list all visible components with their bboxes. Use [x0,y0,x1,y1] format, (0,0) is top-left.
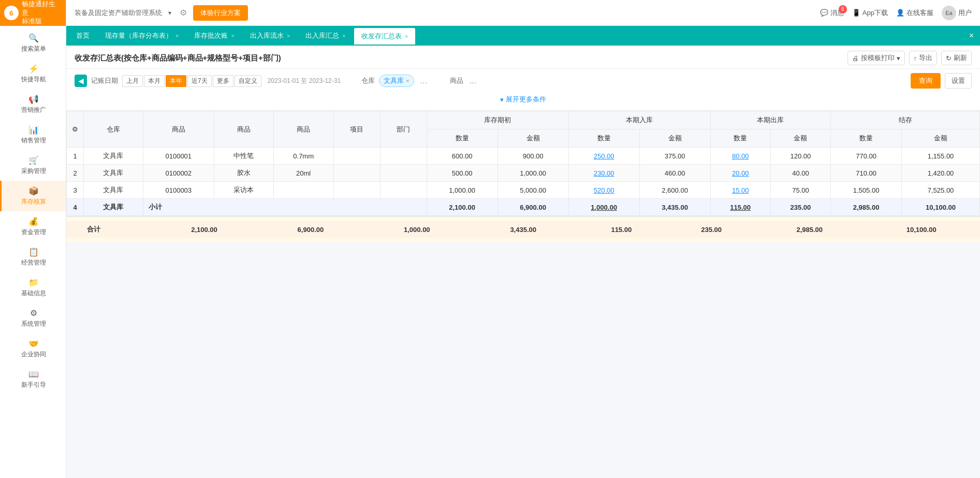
data-table: ⚙ 仓库 商品 商品 商品 项目 部门 库存期初 本期入库 本期出库 结存 数量 [66,111,980,216]
row-out-qty[interactable]: 20.00 [710,165,770,182]
row-out-qty[interactable]: 80.00 [710,148,770,165]
row-bal-qty: 1,505.00 [831,182,902,199]
subtotal-out-qty[interactable]: 115.00 [710,199,770,216]
row-in-qty[interactable]: 250.00 [568,148,639,165]
row-spec: 20ml [273,165,333,182]
sidebar-item-system[interactable]: ⚙ 系统管理 [0,303,66,334]
warehouse-more-button[interactable]: ... [418,76,429,85]
tab-home[interactable]: 首页 [69,28,97,44]
subtotal-warehouse: 文具库 [84,199,143,216]
col-group-in: 本期入库 [568,111,710,129]
col-in-qty: 数量 [568,129,639,148]
row-name: 采访本 [214,182,273,199]
sidebar-item-label: 新手引导 [21,381,46,389]
tab-close-in-out-flow[interactable]: × [287,33,290,39]
table-row: 2 文具库 0100002 胶水 20ml 500.00 1,000.00 23… [67,165,980,182]
date-label: 记账日期 [91,76,118,85]
chevron-down-icon: ▾ [897,54,900,62]
row-spec [273,182,333,199]
expand-icon: ▾ [500,96,504,104]
sidebar-item-enterprise[interactable]: 🤝 企业协同 [0,334,66,364]
date-btn-更多[interactable]: 更多 [213,75,233,87]
notification-badge: 6 [839,5,847,13]
row-warehouse: 文具库 [84,148,143,165]
sidebar-item-basic[interactable]: 📁 基础信息 [0,272,66,303]
row-in-qty[interactable]: 230.00 [568,165,639,182]
row-warehouse: 文具库 [84,165,143,182]
print-icon: 🖨 [852,54,859,62]
row-project [333,148,380,165]
row-out-amt: 75.00 [770,182,830,199]
sidebar-item-operations[interactable]: 📋 经营管理 [0,242,66,272]
sidebar-item-quick-nav[interactable]: ⚡ 快捷导航 [0,59,66,89]
row-init-amt: 5,000.00 [498,182,568,199]
notification-button[interactable]: 💬 消息 6 [820,8,844,18]
download-icon: 📱 [852,9,860,17]
sidebar-item-purchase[interactable]: 🛒 采购管理 [0,150,66,181]
row-spec: 0.7mm [273,148,333,165]
trial-button[interactable]: 体验行业方案 [193,5,248,21]
filter-settings-button[interactable]: 设置 [945,73,972,89]
app-download-button[interactable]: 📱 App下载 [852,8,888,18]
tab-close-recv-send-summary[interactable]: × [405,33,408,39]
goods-more-button[interactable]: ... [467,76,478,85]
col-name: 商品 [214,111,273,148]
filter-toggle-button[interactable]: ◀ [75,75,87,87]
warehouse-tag[interactable]: 文具库 × [379,75,414,87]
col-settings[interactable]: ⚙ [67,111,84,148]
export-icon: ↑ [914,54,917,62]
sidebar-item-guide[interactable]: 📖 新手引导 [0,364,66,395]
warehouse-tag-close[interactable]: × [406,78,409,84]
tab-close-batch-ledger[interactable]: × [231,33,234,39]
row-in-amt: 2,600.00 [639,182,710,199]
tab-inventory-dist[interactable]: 现存量（库存分布表）× [98,28,186,44]
sidebar-item-inventory[interactable]: 📦 库存核算 [0,181,66,211]
tabs-close-all-button[interactable]: × [965,31,978,40]
online-service-label: 在线客服 [906,8,933,18]
subtotal-in-qty[interactable]: 1,000.00 [568,199,639,216]
tab-label: 现存量（库存分布表） [105,31,172,40]
row-in-qty[interactable]: 520.00 [568,182,639,199]
tab-recv-send-summary[interactable]: 收发存汇总表× [354,28,415,45]
export-button[interactable]: ↑ 导出 [909,51,938,65]
date-btn-本年[interactable]: 本年 [166,75,186,87]
gear-icon[interactable]: ⚙ [180,8,187,17]
row-project [333,165,380,182]
tab-close-inventory-dist[interactable]: × [175,33,179,39]
row-code: 0100002 [143,165,214,182]
print-button[interactable]: 🖨 按模板打印 ▾ [847,51,905,65]
tab-in-out-summary[interactable]: 出入库汇总× [298,28,353,44]
user-button[interactable]: Ea 用户 [942,6,972,20]
col-init-qty: 数量 [427,129,498,148]
date-btn-上月[interactable]: 上月 [122,75,143,87]
tab-batch-ledger[interactable]: 库存批次账× [187,28,241,44]
refresh-button[interactable]: ↻ 刷新 [941,51,972,65]
main-area: 装备及固定资产辅助管理系统 ▾ ⚙ 体验行业方案 💬 消息 6 📱 App下载 … [66,0,980,478]
tab-in-out-flow[interactable]: 出入库流水× [243,28,297,44]
sidebar-item-search[interactable]: 🔍 搜索菜单 [0,28,66,59]
online-service-button[interactable]: 👤 在线客服 [896,8,933,18]
sidebar-item-finance[interactable]: 💰 资金管理 [0,211,66,242]
tab-label: 出入库汇总 [305,31,339,40]
date-btn-自定义[interactable]: 自定义 [235,75,261,87]
guide-icon: 📖 [28,369,39,379]
col-in-amt: 金额 [639,129,710,148]
sales-icon: 📊 [28,125,39,135]
operations-icon: 📋 [28,247,39,257]
row-out-qty[interactable]: 15.00 [710,182,770,199]
col-group-out: 本期出库 [710,111,831,129]
total-in-qty: 1,000.00 [364,221,470,238]
sidebar-item-label: 基础信息 [21,289,46,298]
sidebar-item-label: 资金管理 [21,228,46,237]
topbar: 装备及固定资产辅助管理系统 ▾ ⚙ 体验行业方案 💬 消息 6 📱 App下载 … [66,0,980,26]
date-btn-近7天[interactable]: 近7天 [187,75,212,87]
date-range: 2023-01-01 至 2023-12-31 [268,77,341,85]
tab-close-in-out-summary[interactable]: × [342,33,345,39]
date-btn-本月[interactable]: 本月 [144,75,165,87]
sidebar-item-sales[interactable]: 📊 销售管理 [0,120,66,150]
query-button[interactable]: 查询 [911,73,941,89]
system-dropdown[interactable]: ▾ [168,9,171,17]
expand-filter-button[interactable]: ▾ 展开更多条件 [500,92,546,107]
subtotal-init-qty: 2,100.00 [427,199,498,216]
sidebar-item-marketing[interactable]: 📢 营销推广 [0,89,66,120]
